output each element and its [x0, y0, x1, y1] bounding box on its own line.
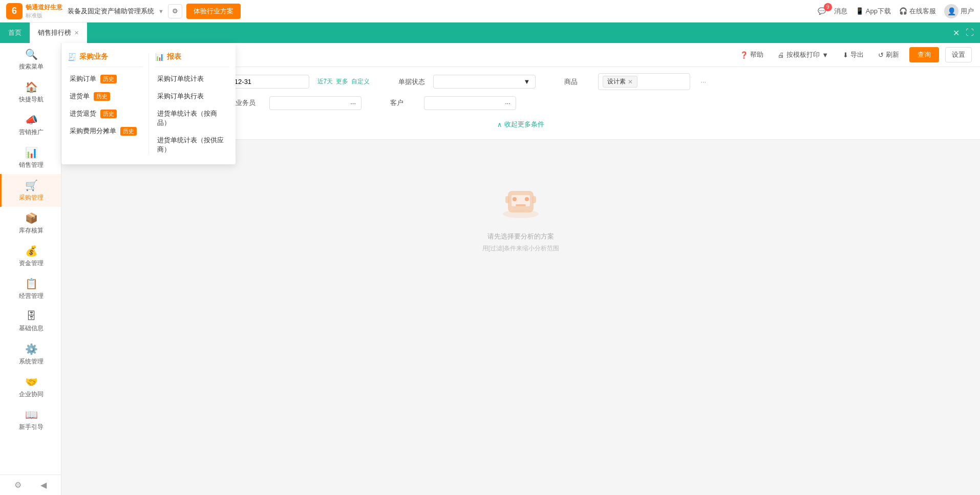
receipt-item[interactable]: 进货单 历史	[68, 88, 142, 105]
status-arrow-icon: ▼	[523, 78, 530, 85]
gear-button[interactable]: ⚙	[168, 4, 182, 18]
goods-tag-close[interactable]: ✕	[628, 78, 633, 85]
query-button[interactable]: 查询	[909, 47, 939, 62]
empty-illustration	[495, 181, 546, 222]
svg-point-4	[525, 197, 529, 201]
sidebar-item-operations[interactable]: 📋 经营管理	[0, 272, 61, 305]
search-icon: 🔍	[25, 48, 38, 60]
salesperson-label: 业务员	[236, 98, 261, 107]
tab-sales-ranking[interactable]: 销售排行榜 ✕	[30, 23, 87, 43]
message-item[interactable]: 💬 9 消息	[818, 7, 847, 16]
purchase-exec-item[interactable]: 采购订单执行表	[155, 88, 230, 105]
goods-ellipsis[interactable]: ···	[698, 78, 708, 85]
sidebar-label-system: 系统管理	[19, 357, 44, 366]
dropdown-columns: 🧾 采购业务 采购订单 历史 进货单 历史 进货退货 历史 采购费用分摊单 历史	[61, 49, 236, 158]
print-icon: 🖨	[778, 51, 784, 59]
expense-item[interactable]: 采购费用分摊单 历史	[68, 122, 142, 140]
export-button[interactable]: ⬇ 导出	[839, 48, 868, 61]
sidebar-item-system[interactable]: ⚙️ 系统管理	[0, 338, 61, 371]
svg-point-3	[513, 197, 517, 201]
quick-7days-btn[interactable]: 近7天	[317, 77, 333, 86]
purchase-icon: 🛒	[25, 179, 38, 191]
industry-button[interactable]: 体验行业方案	[186, 4, 241, 19]
online-service-label: 在线客服	[909, 7, 936, 16]
svg-rect-6	[505, 196, 509, 203]
sales-icon: 📊	[25, 146, 38, 159]
tab-home[interactable]: 首页	[0, 23, 30, 43]
sidebar-label-marketing: 营销推广	[19, 128, 44, 137]
sidebar-label-capital: 资金管理	[19, 259, 44, 268]
phone-icon: 📱	[856, 7, 864, 15]
status-label: 单据状态	[398, 77, 425, 87]
sidebar-item-purchase[interactable]: 🛒 采购管理	[0, 174, 61, 207]
setting-button[interactable]: 设置	[945, 47, 972, 62]
operations-icon: 📋	[25, 277, 38, 290]
top-bar: 6 畅通道好生意 标准版 装备及固定资产辅助管理系统 ▼ ⚙ 体验行业方案 💬 …	[0, 0, 980, 23]
user-label: 用户	[961, 7, 974, 16]
goods-filter: 设计素 ✕	[598, 73, 690, 90]
sidebar-item-marketing[interactable]: 📣 营销推广	[0, 109, 61, 141]
customer-label: 客户	[390, 98, 416, 107]
sidebar: 🔍 搜索菜单 🏠 快捷导航 📣 营销推广 📊 销售管理 🛒 采购管理 📦 库存核…	[0, 43, 61, 495]
sidebar-label-search: 搜索菜单	[19, 62, 44, 71]
status-select[interactable]: ▼	[433, 75, 536, 89]
sidebar-settings-icon[interactable]: ⚙	[14, 480, 22, 490]
empty-hint2: 用[过滤]条件来缩小分析范围	[482, 244, 560, 253]
sidebar-label-nav: 快捷导航	[19, 95, 44, 104]
basic-icon: 🗄	[26, 310, 36, 322]
quick-more-btn[interactable]: 更多	[336, 77, 348, 86]
refresh-button[interactable]: ↺ 刷新	[874, 48, 903, 61]
purchase-order-history-badge[interactable]: 历史	[100, 75, 117, 83]
expense-history-badge[interactable]: 历史	[120, 127, 137, 136]
headset-icon: 🎧	[899, 7, 907, 15]
sidebar-item-search[interactable]: 🔍 搜索菜单	[0, 43, 61, 76]
app-download-item[interactable]: 📱 App下载	[856, 7, 891, 16]
sidebar-label-purchase: 采购管理	[19, 193, 44, 202]
customer-select[interactable]: ···	[424, 96, 516, 110]
print-arrow-icon: ▼	[822, 51, 828, 59]
sidebar-item-inventory[interactable]: 📦 库存核算	[0, 207, 61, 240]
sidebar-item-capital[interactable]: 💰 资金管理	[0, 240, 61, 272]
help-icon: ❓	[740, 51, 748, 59]
tab-expand-icon[interactable]: ⛶	[966, 28, 974, 37]
collapse-up-icon: ∧	[497, 121, 502, 128]
tab-close-icon[interactable]: ✕	[74, 30, 79, 36]
app-download-label: App下载	[866, 7, 891, 16]
purchase-order-item[interactable]: 采购订单 历史	[68, 70, 142, 88]
collapse-label: 收起更多条件	[504, 120, 544, 129]
sidebar-label-guide: 新手引导	[19, 423, 44, 432]
ellipsis-icon: ···	[350, 99, 356, 107]
system-arrow-icon[interactable]: ▼	[158, 8, 164, 14]
user-item[interactable]: 👤 用户	[944, 4, 974, 18]
top-right: 💬 9 消息 📱 App下载 🎧 在线客服 👤 用户	[818, 4, 974, 18]
receipt-stat-goods-item[interactable]: 进货单统计表（按商品）	[155, 105, 230, 132]
sidebar-collapse-icon[interactable]: ◀	[40, 480, 47, 490]
salesperson-select[interactable]: ···	[269, 96, 361, 110]
sidebar-item-basic[interactable]: 🗄 基础信息	[0, 305, 61, 338]
sidebar-label-operations: 经营管理	[19, 292, 44, 300]
receipt-stat-supplier-item[interactable]: 进货单统计表（按供应商）	[155, 132, 230, 158]
report-col: 📊 报表 采购订单统计表 采购订单执行表 进货单统计表（按商品） 进货单统计表（…	[149, 49, 236, 158]
return-item[interactable]: 进货退货 历史	[68, 105, 142, 122]
sidebar-item-nav[interactable]: 🏠 快捷导航	[0, 76, 61, 109]
megaphone-icon: 📣	[25, 114, 38, 126]
sidebar-bottom: ⚙ ◀	[0, 475, 61, 495]
quick-custom-btn[interactable]: 自定义	[351, 77, 370, 86]
sidebar-item-sales[interactable]: 📊 销售管理	[0, 141, 61, 174]
sidebar-item-cooperation[interactable]: 🤝 企业协同	[0, 371, 61, 403]
message-label: 消息	[834, 7, 847, 16]
return-history-badge[interactable]: 历史	[100, 110, 117, 118]
inventory-icon: 📦	[25, 212, 38, 224]
print-button[interactable]: 🖨 按模板打印 ▼	[774, 48, 833, 61]
empty-hint1: 请先选择要分析的方案	[487, 232, 554, 241]
receipt-history-badge[interactable]: 历史	[94, 92, 110, 101]
tab-bar: 首页 销售排行榜 ✕ ✕ ⛶	[0, 23, 980, 43]
system-icon: ⚙️	[25, 343, 38, 355]
svg-rect-7	[532, 196, 536, 203]
sidebar-item-guide[interactable]: 📖 新手引导	[0, 403, 61, 436]
online-service-item[interactable]: 🎧 在线客服	[899, 7, 936, 16]
tab-close-all-icon[interactable]: ✕	[953, 28, 960, 38]
purchase-stat-item[interactable]: 采购订单统计表	[155, 70, 230, 88]
guide-icon: 📖	[25, 408, 38, 421]
help-button[interactable]: ❓ 帮助	[736, 48, 768, 61]
